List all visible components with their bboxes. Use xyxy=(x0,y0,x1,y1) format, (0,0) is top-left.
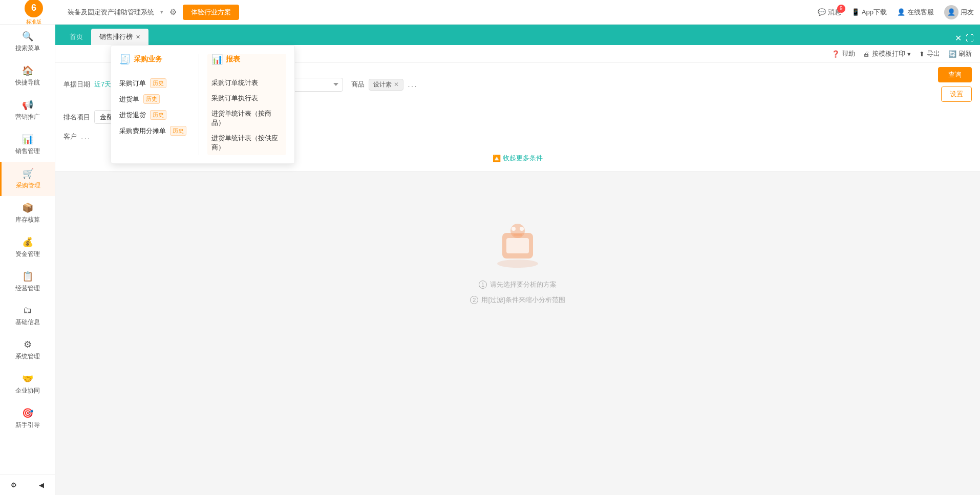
sidebar-label-guide: 新手引导 xyxy=(15,421,40,429)
svg-point-4 xyxy=(512,227,516,231)
sidebar-label-finance: 资金管理 xyxy=(15,250,40,259)
sidebar-item-marketing[interactable]: 📢 营销推广 xyxy=(0,93,55,127)
return-goods-history-tag: 历史 xyxy=(150,110,166,120)
sidebar-item-quick-nav[interactable]: 🏠 快捷导航 xyxy=(0,59,55,93)
tab-close-all-icon[interactable]: ✕ xyxy=(955,33,962,43)
industry-btn[interactable]: 体验行业方案 xyxy=(183,5,239,20)
refresh-label: 刷新 xyxy=(958,49,972,58)
user-btn[interactable]: 👤 用友 xyxy=(944,5,974,19)
sidebar-item-sales[interactable]: 📊 销售管理 xyxy=(0,127,55,162)
menu-item-return-goods[interactable]: 进货退货 历史 xyxy=(119,107,190,123)
goods-tag: 设计素 ✕ xyxy=(369,79,403,91)
print-arrow: ▾ xyxy=(907,50,911,58)
menu-item-purchase-expense[interactable]: 采购费用分摊单 历史 xyxy=(119,123,190,139)
app-download-btn[interactable]: 📱 App下载 xyxy=(851,8,887,17)
sidebar-label-inventory: 库存核算 xyxy=(15,216,40,224)
system-settings-icon[interactable]: ⚙ xyxy=(169,7,177,17)
purchase-menu-col: 🧾 采购业务 采购订单 历史 进货单 历史 进货退货 历史 采购费用分摊单 xyxy=(119,54,190,155)
refresh-btn[interactable]: 🔄 刷新 xyxy=(948,49,972,58)
set-btn[interactable]: 设置 xyxy=(941,87,972,102)
sidebar-bottom: ⚙ ◀ xyxy=(0,475,55,495)
system-dropdown-arrow[interactable]: ▾ xyxy=(160,9,163,15)
goods-tag-close[interactable]: ✕ xyxy=(394,81,399,88)
sidebar-item-system[interactable]: ⚙ 系统管理 xyxy=(0,333,55,367)
tab-sales-ranking-close[interactable]: ✕ xyxy=(136,34,140,40)
guide-icon: 🎯 xyxy=(22,407,33,419)
sidebar-item-finance[interactable]: 💰 资金管理 xyxy=(0,230,55,265)
online-service-label: 在线客服 xyxy=(907,8,934,17)
search-icon: 🔍 xyxy=(22,31,33,42)
sidebar-item-purchase[interactable]: 🛒 采购管理 xyxy=(0,162,55,196)
menu-item-supplier-stats[interactable]: 进货单统计表（按供应商） xyxy=(211,131,283,155)
sidebar-item-basic-info[interactable]: 🗂 基础信息 xyxy=(0,299,55,333)
export-icon: ⬆ xyxy=(919,50,925,58)
customer-more[interactable]: ... xyxy=(81,132,91,141)
operations-icon: 📋 xyxy=(22,271,33,282)
home-icon: 🏠 xyxy=(22,65,33,76)
sales-icon: 📊 xyxy=(22,134,33,145)
export-btn[interactable]: ⬆ 导出 xyxy=(919,49,940,58)
app-download-label: App下载 xyxy=(862,8,887,17)
goods-more[interactable]: ... xyxy=(408,80,417,89)
tab-home-label: 首页 xyxy=(70,32,83,41)
step-1-num: 1 xyxy=(479,281,487,289)
online-service-btn[interactable]: 👤 在线客服 xyxy=(897,8,934,17)
sidebar-item-inventory[interactable]: 📦 库存核算 xyxy=(0,196,55,230)
logo-area: 6 标准版 xyxy=(6,0,61,26)
menu-item-purchase-order[interactable]: 采购订单 历史 xyxy=(119,75,190,91)
empty-state: 1 请先选择要分析的方案 2 用[过滤]条件来缩小分析范围 xyxy=(55,171,980,346)
menu-item-stock-in[interactable]: 进货单 历史 xyxy=(119,91,190,107)
sidebar-label-search: 搜索菜单 xyxy=(15,44,40,53)
empty-step-1: 1 请先选择要分析的方案 xyxy=(479,280,557,289)
menu-item-return-goods-label: 进货退货 xyxy=(119,111,146,120)
dropdown-menu: 🧾 采购业务 采购订单 历史 进货单 历史 进货退货 历史 采购费用分摊单 xyxy=(111,45,295,164)
print-label: 按模板打印 xyxy=(872,49,905,58)
sidebar-label-cooperation: 企业协同 xyxy=(15,386,40,395)
tab-sales-ranking[interactable]: 销售排行榜 ✕ xyxy=(91,29,148,45)
menu-divider xyxy=(199,54,199,155)
user-label: 用友 xyxy=(961,8,974,17)
content-area: 首页 销售排行榜 ✕ ✕ ⛶ ❓ 帮助 🖨 按模板打印 xyxy=(55,25,980,495)
bottom-settings-icon[interactable]: ⚙ xyxy=(11,481,17,489)
customer-label: 客户 xyxy=(63,132,77,141)
inventory-icon: 📦 xyxy=(22,202,33,213)
empty-step-2: 2 用[过滤]条件来缩小分析范围 xyxy=(470,295,565,305)
stock-in-history-tag: 历史 xyxy=(143,94,160,104)
date-option-7days[interactable]: 近7天 xyxy=(94,80,111,89)
sidebar-item-search[interactable]: 🔍 搜索菜单 xyxy=(0,25,55,59)
tab-expand-icon[interactable]: ⛶ xyxy=(966,34,974,43)
help-icon: ❓ xyxy=(832,50,840,58)
export-label: 导出 xyxy=(927,49,940,58)
svg-point-5 xyxy=(520,227,524,231)
sidebar-label-sales: 销售管理 xyxy=(15,147,40,156)
goods-label: 商品 xyxy=(351,80,365,89)
sidebar-label-purchase: 采购管理 xyxy=(16,181,40,190)
bottom-collapse-icon[interactable]: ◀ xyxy=(39,481,44,489)
sidebar-item-operations[interactable]: 📋 经营管理 xyxy=(0,265,55,299)
menu-item-po-stats[interactable]: 采购订单统计表 xyxy=(211,75,283,91)
refresh-icon: 🔄 xyxy=(948,50,956,58)
report-menu-title-text: 报表 xyxy=(226,55,240,64)
goods-field: 商品 设计素 ✕ ... xyxy=(351,79,417,91)
tab-home[interactable]: 首页 xyxy=(61,29,91,45)
query-btn[interactable]: 查询 xyxy=(938,67,972,82)
logo-icon: 6 xyxy=(25,0,43,17)
sidebar-item-guide[interactable]: 🎯 新手引导 xyxy=(0,401,55,436)
menu-item-goods-stats[interactable]: 进货单统计表（按商品） xyxy=(211,106,283,131)
message-btn[interactable]: 💬 消息 9 xyxy=(818,8,841,17)
cooperation-icon: 🤝 xyxy=(22,373,33,384)
step-1-text: 请先选择要分析的方案 xyxy=(490,280,557,289)
print-btn[interactable]: 🖨 按模板打印 ▾ xyxy=(863,49,911,58)
goods-tag-text: 设计素 xyxy=(373,80,392,89)
menu-item-po-exec[interactable]: 采购订单执行表 xyxy=(211,91,283,106)
help-btn[interactable]: ❓ 帮助 xyxy=(832,49,855,58)
step-2-text: 用[过滤]条件来缩小分析范围 xyxy=(481,295,565,305)
print-icon: 🖨 xyxy=(863,50,870,58)
phone-icon: 📱 xyxy=(851,8,860,16)
sidebar-item-cooperation[interactable]: 🤝 企业协同 xyxy=(0,367,55,401)
collapse-btn[interactable]: 🔼 收起更多条件 xyxy=(493,154,543,163)
svg-rect-2 xyxy=(506,238,529,253)
report-menu-title: 📊 报表 xyxy=(211,54,283,69)
user-avatar: 👤 xyxy=(944,5,958,19)
collapse-label: 收起更多条件 xyxy=(503,154,543,163)
